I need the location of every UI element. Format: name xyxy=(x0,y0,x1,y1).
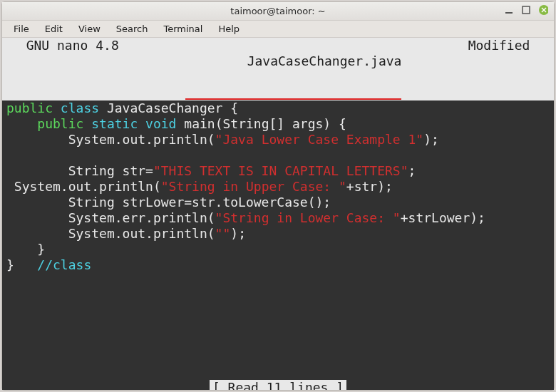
code-line xyxy=(6,148,550,163)
svg-rect-1 xyxy=(522,6,530,14)
window-title: taimoor@taimoor: ~ xyxy=(230,6,325,16)
nano-status-text: [ Read 11 lines ] xyxy=(210,380,346,390)
menu-edit[interactable]: Edit xyxy=(38,22,70,36)
nano-filename-text: JavaCaseChanger.java xyxy=(247,53,402,68)
code-line: String str="THIS TEXT IS IN CAPITAL LETT… xyxy=(6,163,550,179)
menu-help[interactable]: Help xyxy=(211,22,247,36)
nano-status-bar: [ Read 11 lines ] xyxy=(2,380,554,390)
code-line: public static void main(String[] args) { xyxy=(6,116,550,132)
nano-modified: Modified xyxy=(468,38,554,100)
maximize-icon[interactable] xyxy=(521,5,531,15)
code-line: System.out.println("String in Upper Case… xyxy=(6,179,550,195)
code-content[interactable]: public class JavaCaseChanger { public st… xyxy=(2,100,554,273)
nano-app-name: GNU nano 4.8 xyxy=(2,38,119,100)
titlebar: taimoor@taimoor: ~ xyxy=(2,2,554,21)
nano-header: GNU nano 4.8 JavaCaseChanger.java Modifi… xyxy=(2,38,554,100)
code-line: } //class xyxy=(6,257,550,273)
terminal-area[interactable]: GNU nano 4.8 JavaCaseChanger.java Modifi… xyxy=(2,38,554,390)
menubar: File Edit View Search Terminal Help xyxy=(2,21,554,38)
terminal-window: taimoor@taimoor: ~ File Edit View Search… xyxy=(1,1,555,391)
nano-filename: JavaCaseChanger.java xyxy=(185,38,401,100)
code-line: System.err.println("String in Lower Case… xyxy=(6,210,550,226)
menu-file[interactable]: File xyxy=(6,22,36,36)
code-line: } xyxy=(6,242,550,257)
code-line: System.out.println(""); xyxy=(6,226,550,242)
close-icon[interactable] xyxy=(538,5,548,15)
menu-search[interactable]: Search xyxy=(109,22,155,36)
filename-underline xyxy=(185,98,401,100)
window-controls xyxy=(504,5,548,15)
code-line: System.out.println("Java Lower Case Exam… xyxy=(6,132,550,148)
minimize-icon[interactable] xyxy=(504,5,514,15)
menu-terminal[interactable]: Terminal xyxy=(156,22,210,36)
menu-view[interactable]: View xyxy=(71,22,108,36)
code-line: public class JavaCaseChanger { xyxy=(6,100,550,116)
code-line: String strLower=str.toLowerCase(); xyxy=(6,195,550,210)
